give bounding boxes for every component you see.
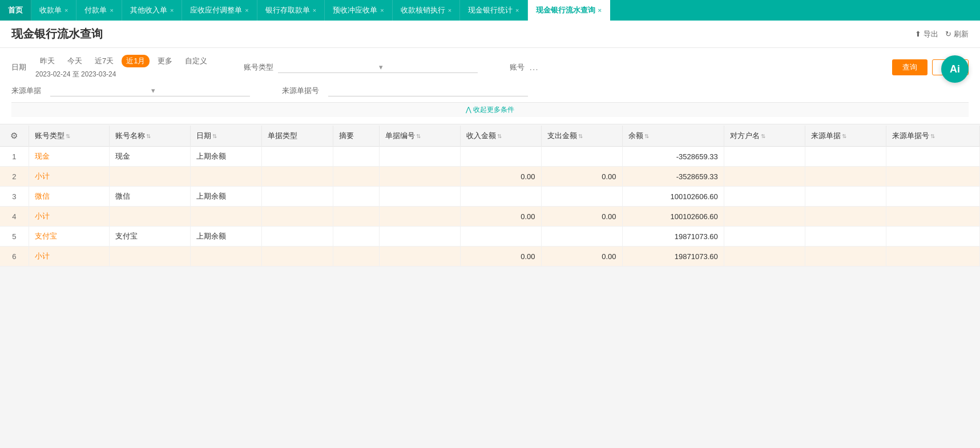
- sort-icon-source-doc: ⇅: [842, 133, 846, 139]
- nav-item-tongji[interactable]: 现金银行统计 ×: [460, 0, 527, 21]
- source-doc-no-input[interactable]: [328, 85, 528, 96]
- col-doc-type: 单据类型: [262, 126, 333, 147]
- export-icon: ⬆: [915, 30, 921, 38]
- date-label: 日期: [11, 62, 26, 72]
- col-balance[interactable]: 余额⇅: [622, 126, 724, 147]
- date-shortcuts: 昨天 今天 近7天 近1月 更多 自定义: [35, 55, 212, 67]
- today-btn[interactable]: 今天: [63, 55, 87, 67]
- header-actions: ⬆ 导出 ↻ 刷新: [915, 29, 969, 39]
- close-icon-liushui[interactable]: ×: [598, 7, 602, 14]
- table-row[interactable]: 2小计0.000.00-3528659.33: [0, 167, 980, 187]
- table-row[interactable]: 1现金现金上期余额-3528659.33: [0, 147, 980, 167]
- nav-item-yingshou[interactable]: 应收应付调整单 ×: [182, 0, 257, 21]
- custom-btn[interactable]: 自定义: [180, 55, 212, 67]
- col-date[interactable]: 日期⇅: [191, 126, 262, 147]
- search-button[interactable]: 查询: [892, 59, 927, 75]
- filter-row-source: 来源单据 ▾ 来源单据号: [11, 85, 969, 96]
- page-title: 现金银行流水查询: [11, 26, 103, 42]
- source-doc-select[interactable]: ▾: [50, 85, 250, 96]
- col-source-doc-no[interactable]: 来源单据号⇅: [886, 126, 979, 147]
- page-header: 现金银行流水查询 ⬆ 导出 ↻ 刷新: [0, 21, 980, 48]
- col-counterparty[interactable]: 对方户名⇅: [724, 126, 805, 147]
- close-icon-qitashouru[interactable]: ×: [170, 7, 174, 14]
- account-dots-button[interactable]: ...: [529, 62, 538, 72]
- nav-home[interactable]: 首页: [0, 0, 31, 21]
- account-type-label: 账号类型: [244, 62, 273, 72]
- chevron-down-icon-2: ▾: [151, 86, 247, 95]
- close-icon-shoudan[interactable]: ×: [64, 7, 68, 14]
- chevron-down-icon: ▾: [379, 63, 474, 71]
- sort-icon-account-name: ⇅: [146, 133, 151, 139]
- refresh-icon: ↻: [945, 30, 951, 38]
- data-table: ⚙ 账号类型⇅ 账号名称⇅ 日期⇅ 单据类型 摘要 单据编号⇅ 收入金额⇅ 支出…: [0, 126, 980, 267]
- table-row[interactable]: 5支付宝支付宝上期余额19871073.60: [0, 227, 980, 247]
- col-income[interactable]: 收入金额⇅: [460, 126, 541, 147]
- collapse-bar[interactable]: ⋀ 收起更多条件: [11, 102, 969, 117]
- sort-icon-account-type: ⇅: [66, 133, 70, 139]
- close-icon-tongji[interactable]: ×: [515, 7, 519, 14]
- nav-item-liushui[interactable]: 现金银行流水查询 ×: [528, 0, 610, 21]
- sort-icon-income: ⇅: [497, 133, 502, 139]
- gear-icon: ⚙: [10, 131, 18, 140]
- more-btn[interactable]: 更多: [153, 55, 177, 67]
- nav-item-qitashouru[interactable]: 其他收入单 ×: [122, 0, 182, 21]
- close-icon-shoukuan[interactable]: ×: [448, 7, 451, 14]
- yesterday-btn[interactable]: 昨天: [35, 55, 59, 67]
- account-label: 账号: [510, 62, 525, 72]
- refresh-button[interactable]: ↻ 刷新: [945, 29, 969, 39]
- table-header-row: ⚙ 账号类型⇅ 账号名称⇅ 日期⇅ 单据类型 摘要 单据编号⇅ 收入金额⇅ 支出…: [0, 126, 980, 147]
- table-row[interactable]: 3微信微信上期余额100102606.60: [0, 187, 980, 207]
- col-source-doc[interactable]: 来源单据⇅: [805, 126, 886, 147]
- export-button[interactable]: ⬆ 导出: [915, 29, 938, 39]
- source-doc-no-label: 来源单据号: [282, 86, 319, 96]
- close-icon-yinhang[interactable]: ×: [313, 7, 316, 14]
- table-container: ⚙ 账号类型⇅ 账号名称⇅ 日期⇅ 单据类型 摘要 单据编号⇅ 收入金额⇅ 支出…: [0, 126, 980, 267]
- filter-row-date: 日期 昨天 今天 近7天 近1月 更多 自定义 2023-02-24 至 202…: [11, 55, 969, 79]
- near7-btn[interactable]: 近7天: [90, 55, 118, 67]
- close-icon-fukudan[interactable]: ×: [110, 7, 113, 14]
- date-range-display: 2023-02-24 至 2023-03-24: [35, 70, 212, 79]
- col-account-name[interactable]: 账号名称⇅: [110, 126, 191, 147]
- nav-item-fukudan[interactable]: 付款单 ×: [76, 0, 122, 21]
- nav-item-shoudan[interactable]: 收款单 ×: [31, 0, 76, 21]
- top-nav: 首页 收款单 × 付款单 × 其他收入单 × 应收应付调整单 × 银行存取款单 …: [0, 0, 980, 21]
- sort-icon-doc-no: ⇅: [416, 133, 421, 139]
- col-expense[interactable]: 支出金额⇅: [541, 126, 622, 147]
- sort-icon-date: ⇅: [212, 133, 217, 139]
- col-gear[interactable]: ⚙: [0, 126, 29, 147]
- table-row[interactable]: 4小计0.000.00100102606.60: [0, 207, 980, 227]
- close-icon-yushou[interactable]: ×: [380, 7, 384, 14]
- nav-item-shoukuan[interactable]: 收款核销执行 ×: [393, 0, 460, 21]
- collapse-up-icon: ⋀: [466, 106, 471, 114]
- col-summary: 摘要: [333, 126, 379, 147]
- nav-item-yinhang[interactable]: 银行存取款单 ×: [257, 0, 325, 21]
- sort-icon-expense: ⇅: [578, 133, 583, 139]
- filter-area: 日期 昨天 今天 近7天 近1月 更多 自定义 2023-02-24 至 202…: [0, 48, 980, 124]
- table-row[interactable]: 6小计0.000.0019871073.60: [0, 247, 980, 267]
- sort-icon-counterparty: ⇅: [761, 133, 765, 139]
- near1m-btn[interactable]: 近1月: [122, 55, 150, 67]
- col-doc-no[interactable]: 单据编号⇅: [379, 126, 460, 147]
- sort-icon-source-doc-no: ⇅: [930, 133, 935, 139]
- ai-assistant-button[interactable]: Ai: [941, 55, 969, 83]
- source-doc-label: 来源单据: [11, 86, 41, 96]
- col-account-type[interactable]: 账号类型⇅: [29, 126, 110, 147]
- sort-icon-balance: ⇅: [644, 133, 649, 139]
- nav-item-yushou[interactable]: 预收冲应收单 ×: [325, 0, 392, 21]
- account-type-select[interactable]: ▾: [278, 62, 478, 73]
- close-icon-yingshou[interactable]: ×: [245, 7, 248, 14]
